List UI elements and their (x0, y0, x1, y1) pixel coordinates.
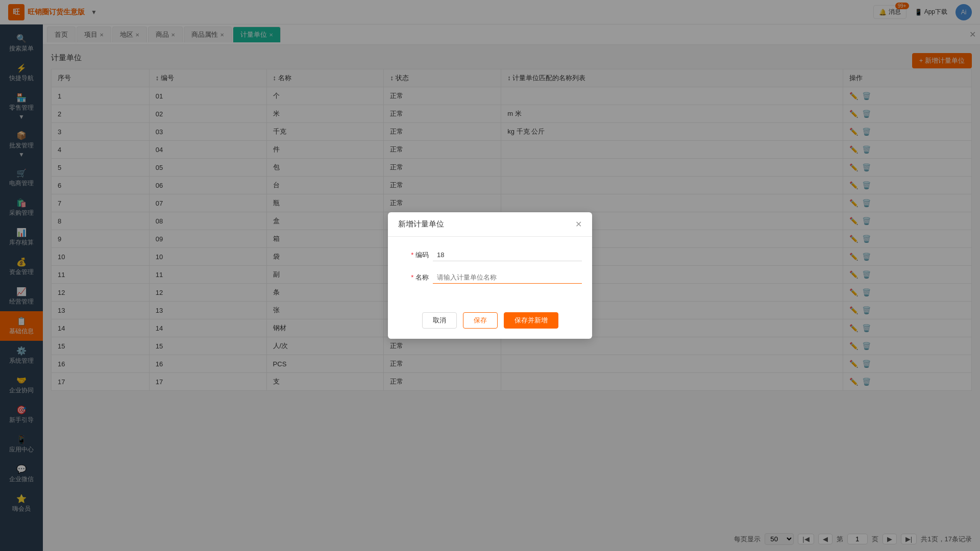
modal-close-button[interactable]: ✕ (575, 219, 582, 229)
name-input[interactable] (433, 271, 582, 284)
form-row-name: 名称 (398, 271, 582, 284)
modal-title: 新增计量单位 (398, 219, 444, 229)
save-button[interactable]: 保存 (463, 312, 498, 329)
modal-overlay: 新增计量单位 ✕ 编码 名称 取消 保存 保存并新增 (0, 0, 980, 551)
form-row-code: 编码 (398, 249, 582, 261)
modal-footer: 取消 保存 保存并新增 (388, 306, 592, 339)
modal-header: 新增计量单位 ✕ (388, 212, 592, 237)
cancel-button[interactable]: 取消 (422, 312, 457, 329)
code-label: 编码 (398, 251, 429, 260)
save-and-new-button[interactable]: 保存并新增 (504, 312, 558, 329)
modal-body: 编码 名称 (388, 237, 592, 306)
add-unit-modal: 新增计量单位 ✕ 编码 名称 取消 保存 保存并新增 (388, 212, 592, 339)
code-input[interactable] (433, 249, 582, 261)
name-label: 名称 (398, 273, 429, 282)
